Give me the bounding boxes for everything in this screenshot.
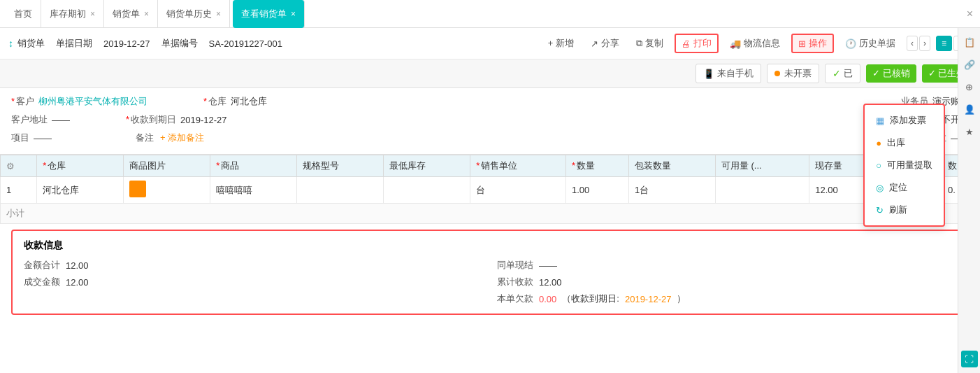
operations-dropdown: ▦ 添加发票 ● 出库 ○ 可用量提取 ◎ 定位 ↻ 刷新 — [863, 104, 945, 227]
tab-sales-order-history[interactable]: 销货单历史 × — [158, 0, 230, 28]
copy-button[interactable]: ⧉ 复制 — [630, 34, 669, 52]
customer-label: 客户 — [11, 95, 34, 108]
revoked-status-button[interactable]: ✓ 已核销 — [866, 64, 916, 83]
tab-sales-order-label: 销货单 — [113, 8, 140, 20]
dropdown-item-locate[interactable]: ◎ 定位 — [865, 176, 944, 199]
td-sales-unit: 台 — [470, 177, 566, 204]
payment-date-value: 2019-12-27 — [180, 115, 227, 125]
form-section: 客户 柳州粤港平安气体有限公司 仓库 河北仓库 业务员 演示账号 客户地址 —— — [0, 88, 980, 154]
doc-type-icon: ↕ — [8, 38, 13, 49]
sidebar-star-icon: ★ — [965, 127, 974, 137]
check-circle-icon2: ✓ — [928, 68, 936, 78]
right-sidebar: 📋 🔗 ⊕ 👤 ★ ⛶ — [958, 28, 980, 373]
payment-section: 收款信息 金额合计 12.00 同单现结 —— 成交金额 12.00 累计收款 … — [11, 230, 969, 315]
td-product-img — [124, 177, 210, 204]
project-value: —— — [34, 133, 52, 143]
form-row-3: 项目 —— 备注 + 添加备注 业务员孟 —— — [11, 132, 969, 144]
doc-number-label: 单据编号 — [161, 37, 198, 50]
add-note-button[interactable]: + 添加备注 — [158, 132, 204, 144]
sidebar-link-button[interactable]: 🔗 — [961, 56, 978, 73]
window-close-button[interactable]: × — [967, 8, 973, 20]
locate-label: 定位 — [889, 181, 907, 194]
customer-value[interactable]: 柳州粤港平安气体有限公司 — [38, 95, 147, 108]
outbound-icon: ● — [876, 138, 881, 148]
th-warehouse: 仓库 — [37, 155, 124, 177]
doc-meta: 单据日期 2019-12-27 单据编号 SA-20191227-001 — [56, 37, 282, 50]
print-button[interactable]: 🖨 打印 — [675, 34, 719, 53]
new-button[interactable]: + 新增 — [542, 34, 579, 52]
tab-view-sales-order[interactable]: 查看销货单 × — [233, 0, 305, 28]
product-image — [129, 181, 146, 197]
from-phone-button[interactable]: 📱 来自手机 — [696, 64, 761, 83]
payment-title: 收款信息 — [24, 239, 956, 252]
dropdown-item-add-invoice[interactable]: ▦ 添加发票 — [865, 109, 944, 132]
due-date-end: ） — [677, 293, 686, 305]
list-view-button[interactable]: ≡ — [936, 36, 952, 51]
same-order-settlement-row: 同单现结 —— — [497, 259, 956, 272]
tab-inventory-init[interactable]: 库存期初 × — [41, 0, 104, 28]
td-package-qty: 1台 — [628, 177, 715, 204]
next-button[interactable]: › — [919, 36, 930, 51]
settings-icon: ⚙ — [6, 161, 15, 171]
tab-sales-order-close[interactable]: × — [144, 9, 149, 19]
customer-field: 客户 柳州粤港平安气体有限公司 — [11, 95, 147, 108]
operations-button[interactable]: ⊞ 操作 — [791, 34, 834, 53]
add-invoice-icon: ▦ — [876, 115, 884, 126]
doc-actions: + 新增 ↗ 分享 ⧉ 复制 🖨 打印 🚚 物流信息 — [542, 34, 972, 53]
warehouse-field: 仓库 河北仓库 — [203, 95, 267, 108]
sidebar-star-button[interactable]: ★ — [961, 123, 978, 140]
dropdown-item-refresh[interactable]: ↻ 刷新 — [865, 199, 944, 221]
tab-view-sales-order-close[interactable]: × — [291, 9, 296, 19]
prev-button[interactable]: ‹ — [907, 36, 918, 51]
sidebar-doc-button[interactable]: 📋 — [961, 34, 978, 50]
copy-icon: ⧉ — [636, 38, 642, 49]
td-warehouse: 河北仓库 — [37, 177, 124, 204]
sidebar-user-button[interactable]: 👤 — [961, 101, 978, 118]
tab-inventory-init-close[interactable]: × — [90, 9, 95, 19]
table-container: ⚙ 仓库 商品图片 商品 规格型号 最低库存 销售单位 数量 包装数量 可用量 … — [0, 154, 980, 224]
td-product: 嘻嘻嘻嘻 — [210, 177, 297, 204]
payment-grid: 金额合计 12.00 同单现结 —— 成交金额 12.00 累计收款 12.00 — [24, 259, 956, 305]
payment-date-field: 收款到期日 2019-12-27 — [126, 113, 227, 126]
check-icon: ✓ — [833, 68, 841, 79]
subtotal-label: 小计 — [1, 204, 980, 224]
sidebar-fullscreen-button[interactable]: ⛶ — [961, 351, 978, 367]
dropdown-item-outbound[interactable]: ● 出库 — [865, 132, 944, 154]
total-amount-label: 金额合计 — [24, 259, 60, 272]
sidebar-at-button[interactable]: ⊕ — [961, 78, 978, 95]
due-date-text: （收款到期日: — [562, 293, 619, 305]
nav-arrows: ‹ › — [907, 36, 930, 51]
td-no: 1 — [1, 177, 37, 204]
doc-number-value: SA-20191227-001 — [209, 38, 283, 49]
sidebar-at-icon: ⊕ — [965, 82, 973, 92]
tab-view-sales-order-label: 查看销货单 — [241, 8, 287, 20]
not-opened-button[interactable]: 未开票 — [767, 64, 819, 83]
dropdown-item-available-qty[interactable]: ○ 可用量提取 — [865, 154, 944, 176]
subtotal-row: 小计 — [1, 204, 980, 224]
sidebar-fullscreen-icon: ⛶ — [965, 354, 974, 365]
th-available: 可用量 (... — [715, 155, 809, 177]
phone-icon: 📱 — [703, 69, 714, 79]
sidebar-link-icon: 🔗 — [964, 59, 975, 70]
locate-icon: ◎ — [876, 183, 884, 193]
logistics-button[interactable]: 🚚 物流信息 — [724, 34, 786, 52]
same-order-settlement-label: 同单现结 — [497, 259, 533, 272]
td-min-stock — [384, 177, 470, 204]
address-value: —— — [52, 115, 70, 125]
doc-title: ↕ 销货单 — [8, 37, 45, 50]
doc-type-label: 销货单 — [17, 37, 45, 50]
transaction-amount-row: 成交金额 12.00 — [24, 276, 483, 288]
tab-home[interactable]: 首页 — [6, 0, 41, 28]
th-gear[interactable]: ⚙ — [1, 155, 37, 177]
doc-date-value: 2019-12-27 — [103, 38, 150, 49]
same-order-settlement-value: —— — [539, 260, 557, 271]
check-button[interactable]: ✓ 已 — [825, 64, 860, 83]
share-button[interactable]: ↗ 分享 — [585, 34, 625, 52]
history-button[interactable]: 🕐 历史单据 — [840, 34, 901, 52]
tab-sales-order[interactable]: 销货单 × — [104, 0, 158, 28]
doc-header: ↕ 销货单 单据日期 2019-12-27 单据编号 SA-20191227-0… — [0, 28, 980, 59]
current-arrears-row: 本单欠款 0.00 （收款到期日: 2019-12-27 ） — [497, 293, 956, 305]
tab-sales-order-history-close[interactable]: × — [216, 9, 221, 19]
th-package-qty: 包装数量 — [628, 155, 715, 177]
total-amount-row: 金额合计 12.00 — [24, 259, 483, 272]
